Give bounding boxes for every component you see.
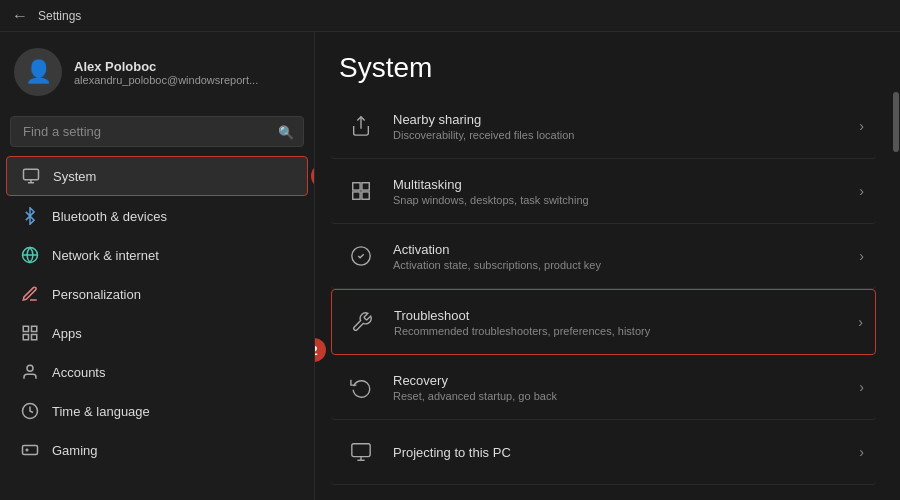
svg-rect-13 [362, 192, 369, 199]
activation-text: ActivationActivation state, subscription… [393, 241, 859, 271]
svg-rect-5 [23, 335, 28, 340]
accounts-nav-icon [20, 362, 40, 382]
scrollbar-track[interactable] [892, 32, 900, 500]
personalization-nav-icon [20, 284, 40, 304]
sidebar-label-system: System [53, 169, 96, 184]
titlebar-title: Settings [38, 9, 81, 23]
apps-nav-icon [20, 323, 40, 343]
scrollbar-thumb[interactable] [893, 92, 899, 152]
content-title: System [339, 52, 432, 83]
troubleshoot-text: TroubleshootRecommended troubleshooters,… [394, 307, 858, 337]
sidebar-label-time: Time & language [52, 404, 150, 419]
titlebar: ← Settings [0, 0, 900, 32]
nearby-sharing-title: Nearby sharing [393, 112, 481, 127]
projecting-chevron-icon: › [859, 444, 864, 460]
projecting-text: Projecting to this PC [393, 444, 859, 460]
search-box: 🔍 [10, 116, 304, 147]
svg-rect-4 [32, 335, 37, 340]
content-header: System [315, 32, 892, 94]
recovery-title: Recovery [393, 373, 448, 388]
content-items-list: Nearby sharingDiscoverability, received … [315, 94, 892, 500]
svg-rect-10 [353, 183, 360, 190]
sidebar-label-gaming: Gaming [52, 443, 98, 458]
sidebar-item-gaming[interactable]: Gaming [6, 431, 308, 469]
bluetooth-nav-icon [20, 206, 40, 226]
content-item-projecting[interactable]: Projecting to this PC› [331, 420, 876, 485]
activation-desc: Activation state, subscriptions, product… [393, 259, 859, 271]
sidebar-item-bluetooth[interactable]: Bluetooth & devices [6, 197, 308, 235]
network-nav-icon [20, 245, 40, 265]
sidebar-label-personalization: Personalization [52, 287, 141, 302]
nav-items: System1Bluetooth & devicesNetwork & inte… [0, 155, 314, 470]
annotation-badge-2: 2 [315, 338, 326, 362]
troubleshoot-desc: Recommended troubleshooters, preferences… [394, 325, 858, 337]
search-icon: 🔍 [278, 124, 294, 139]
sidebar-item-personalization[interactable]: Personalization [6, 275, 308, 313]
sidebar: 👤 Alex Poloboc alexandru_poloboc@windows… [0, 32, 315, 500]
multitasking-text: MultitaskingSnap windows, desktops, task… [393, 176, 859, 206]
recovery-desc: Reset, advanced startup, go back [393, 390, 859, 402]
svg-rect-11 [362, 183, 369, 190]
user-profile[interactable]: 👤 Alex Poloboc alexandru_poloboc@windows… [0, 32, 314, 112]
nearby-sharing-icon [343, 108, 379, 144]
sidebar-item-apps[interactable]: Apps [6, 314, 308, 352]
svg-point-6 [27, 365, 33, 371]
recovery-text: RecoveryReset, advanced startup, go back [393, 372, 859, 402]
gaming-nav-icon [20, 440, 40, 460]
sidebar-label-accounts: Accounts [52, 365, 105, 380]
user-avatar-icon: 👤 [25, 59, 52, 85]
user-email: alexandru_poloboc@windowsreport... [74, 74, 258, 86]
user-name: Alex Poloboc [74, 59, 258, 74]
nearby-sharing-chevron-icon: › [859, 118, 864, 134]
main-layout: 👤 Alex Poloboc alexandru_poloboc@windows… [0, 32, 900, 500]
content-item-recovery[interactable]: RecoveryReset, advanced startup, go back… [331, 355, 876, 420]
time-nav-icon [20, 401, 40, 421]
nearby-sharing-text: Nearby sharingDiscoverability, received … [393, 111, 859, 141]
activation-icon [343, 238, 379, 274]
svg-rect-3 [32, 326, 37, 331]
content-item-activation[interactable]: ActivationActivation state, subscription… [331, 224, 876, 289]
user-info: Alex Poloboc alexandru_poloboc@windowsre… [74, 59, 258, 86]
sidebar-label-bluetooth: Bluetooth & devices [52, 209, 167, 224]
content-item-nearby-sharing[interactable]: Nearby sharingDiscoverability, received … [331, 94, 876, 159]
recovery-chevron-icon: › [859, 379, 864, 395]
sidebar-item-network[interactable]: Network & internet [6, 236, 308, 274]
sidebar-label-apps: Apps [52, 326, 82, 341]
sidebar-item-time[interactable]: Time & language [6, 392, 308, 430]
back-button[interactable]: ← [12, 7, 28, 25]
recovery-icon [343, 369, 379, 405]
search-input[interactable] [10, 116, 304, 147]
projecting-icon [343, 434, 379, 470]
svg-rect-8 [23, 446, 38, 455]
content-area: System Nearby sharingDiscoverability, re… [315, 32, 892, 500]
activation-title: Activation [393, 242, 449, 257]
system-nav-icon [21, 166, 41, 186]
svg-rect-12 [353, 192, 360, 199]
troubleshoot-icon [344, 304, 380, 340]
troubleshoot-chevron-icon: › [858, 314, 863, 330]
sidebar-item-accounts[interactable]: Accounts [6, 353, 308, 391]
avatar: 👤 [14, 48, 62, 96]
nearby-sharing-desc: Discoverability, received files location [393, 129, 859, 141]
svg-rect-2 [23, 326, 28, 331]
multitasking-chevron-icon: › [859, 183, 864, 199]
sidebar-label-network: Network & internet [52, 248, 159, 263]
multitasking-title: Multitasking [393, 177, 462, 192]
multitasking-desc: Snap windows, desktops, task switching [393, 194, 859, 206]
svg-rect-0 [24, 169, 39, 180]
projecting-title: Projecting to this PC [393, 445, 511, 460]
multitasking-icon [343, 173, 379, 209]
activation-chevron-icon: › [859, 248, 864, 264]
sidebar-item-system[interactable]: System1 [6, 156, 308, 196]
troubleshoot-title: Troubleshoot [394, 308, 469, 323]
content-item-multitasking[interactable]: MultitaskingSnap windows, desktops, task… [331, 159, 876, 224]
svg-rect-15 [352, 444, 370, 457]
content-item-troubleshoot[interactable]: TroubleshootRecommended troubleshooters,… [331, 289, 876, 355]
